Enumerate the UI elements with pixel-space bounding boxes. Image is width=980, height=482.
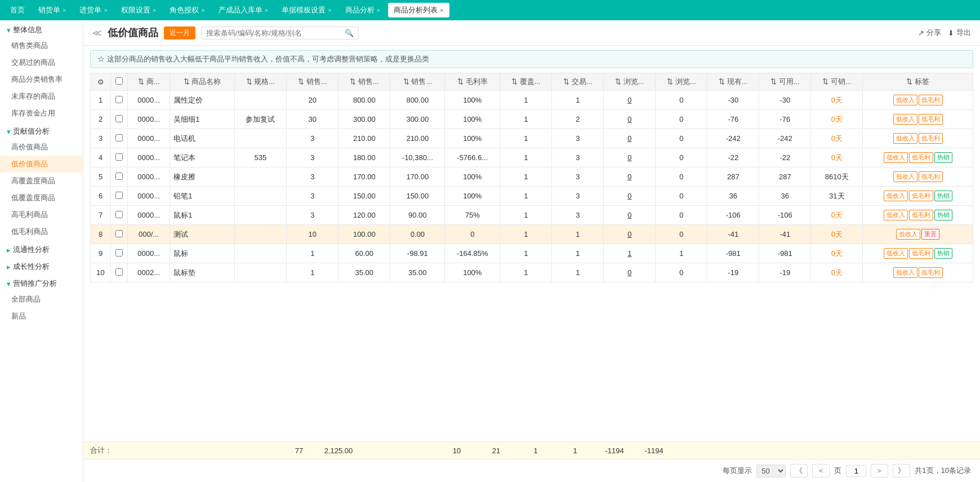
col-settings[interactable]: ⚙ bbox=[91, 73, 111, 91]
row-checkbox[interactable] bbox=[115, 192, 123, 199]
row-checkbox[interactable] bbox=[115, 268, 123, 276]
sort-code-icon[interactable]: ⇅ bbox=[138, 77, 144, 86]
nav-home[interactable]: 首页 bbox=[5, 3, 30, 17]
sort-spec-icon[interactable]: ⇅ bbox=[246, 77, 252, 86]
sort-browse2-icon[interactable]: ⇅ bbox=[667, 77, 673, 86]
per-page-select[interactable]: 50 100 200 bbox=[756, 465, 786, 477]
pagination-prev-btn[interactable]: ＜ bbox=[812, 464, 830, 477]
top-nav: 首页 销货单 × 进货单 × 权限设置 × 角色授权 × 产成品入库单 × 单据… bbox=[0, 0, 980, 20]
row-checkbox[interactable] bbox=[115, 96, 123, 103]
sidebar-item-low-coverage[interactable]: 低覆盖度商品 bbox=[0, 189, 83, 206]
nav-close-permission[interactable]: × bbox=[153, 7, 156, 14]
pagination-next-btn[interactable]: ＞ bbox=[871, 464, 888, 477]
sidebar-item-new-goods[interactable]: 新品 bbox=[0, 308, 83, 325]
nav-product-analysis[interactable]: 商品分析 × bbox=[340, 3, 386, 17]
row-checkbox[interactable] bbox=[115, 134, 123, 141]
col-sales-amt: ⇅ 销售... bbox=[338, 73, 390, 91]
data-table: ⚙ ⇅ 商... ⇅ 商品名称 ⇅ 规格... ⇅ 销售... ⇅ 销售... … bbox=[90, 73, 973, 282]
export-btn[interactable]: ⬇ 导出 bbox=[948, 28, 971, 38]
browse1-link[interactable]: 0 bbox=[627, 115, 631, 123]
browse1-link[interactable]: 0 bbox=[627, 134, 631, 143]
nav-purchase-order[interactable]: 进货单 × bbox=[74, 3, 113, 17]
search-input[interactable] bbox=[206, 29, 341, 37]
sidebar-item-category-rate[interactable]: 商品分类销售率 bbox=[0, 71, 83, 88]
nav-close-template[interactable]: × bbox=[328, 7, 331, 14]
nav-close-analysis[interactable]: × bbox=[377, 7, 380, 14]
sidebar-item-low-margin[interactable]: 低毛利商品 bbox=[0, 223, 83, 240]
row-checkbox[interactable] bbox=[115, 173, 123, 180]
sidebar-item-high-coverage[interactable]: 高覆盖度商品 bbox=[0, 173, 83, 189]
nav-template-settings[interactable]: 单据模板设置 × bbox=[276, 3, 337, 17]
sort-browse1-icon[interactable]: ⇅ bbox=[615, 77, 621, 86]
nav-sales-order[interactable]: 销货单 × bbox=[33, 3, 72, 17]
select-all-checkbox[interactable] bbox=[115, 77, 123, 85]
collapse-sidebar-btn[interactable]: ≪ bbox=[92, 28, 102, 38]
sort-available-icon[interactable]: ⇅ bbox=[770, 77, 777, 86]
sidebar-item-traded-goods[interactable]: 交易过的商品 bbox=[0, 54, 83, 71]
tag-热销: 热销 bbox=[934, 210, 952, 220]
sidebar-group-liquidity[interactable]: ▸ 流通性分析 bbox=[0, 240, 83, 257]
filter-recent-month-btn[interactable]: 近一月 bbox=[164, 26, 195, 39]
browse1-link[interactable]: 0 bbox=[627, 173, 631, 181]
sort-current-icon[interactable]: ⇅ bbox=[719, 77, 725, 86]
nav-close-analysis-list[interactable]: × bbox=[440, 7, 443, 14]
browse1-link[interactable]: 0 bbox=[627, 230, 631, 238]
sort-name-icon[interactable]: ⇅ bbox=[184, 77, 190, 86]
cell-code: 0000... bbox=[128, 244, 170, 263]
tag-低毛利: 低毛利 bbox=[919, 171, 943, 182]
sidebar-item-low-value[interactable]: 低价值商品 bbox=[0, 156, 83, 173]
sort-tags-icon[interactable]: ⇅ bbox=[906, 77, 912, 86]
nav-close-role[interactable]: × bbox=[201, 7, 204, 14]
sidebar-group-overview[interactable]: ▾ 整体信息 bbox=[0, 20, 83, 37]
share-btn[interactable]: ↗ 分享 bbox=[918, 28, 941, 38]
cell-spec bbox=[234, 187, 287, 206]
browse1-link[interactable]: 0 bbox=[627, 96, 631, 104]
sort-coverage-icon[interactable]: ⇅ bbox=[511, 77, 518, 86]
nav-permission-settings[interactable]: 权限设置 × bbox=[115, 3, 162, 17]
cell-name: 鼠标 bbox=[170, 244, 234, 263]
nav-close-purchase[interactable]: × bbox=[104, 7, 107, 14]
pagination-last-btn[interactable]: 》 bbox=[893, 464, 910, 477]
sidebar-item-all-goods[interactable]: 全部商品 bbox=[0, 291, 83, 308]
browse1-link[interactable]: 0 bbox=[627, 268, 631, 277]
sidebar-item-high-value[interactable]: 高价值商品 bbox=[0, 139, 83, 156]
pagination-first-btn[interactable]: 《 bbox=[790, 464, 808, 477]
browse1-link[interactable]: 0 bbox=[627, 211, 631, 219]
sidebar-group-marketing[interactable]: ▾ 营销推广分析 bbox=[0, 274, 83, 291]
sidebar-item-sales-goods[interactable]: 销售类商品 bbox=[0, 37, 83, 54]
sort-amt-icon[interactable]: ⇅ bbox=[350, 77, 356, 86]
sort-margin-icon[interactable]: ⇅ bbox=[457, 77, 464, 86]
row-checkbox[interactable] bbox=[115, 115, 123, 122]
cell-trade: 1 bbox=[552, 263, 604, 282]
nav-product-storage[interactable]: 产成品入库单 × bbox=[213, 3, 274, 17]
cell-current: -106 bbox=[707, 206, 759, 225]
table-row: 6 0000... 铅笔1 3 150.00 150.00 100% 1 3 0… bbox=[91, 187, 973, 206]
sort-saleable-icon[interactable]: ⇅ bbox=[822, 77, 828, 86]
nav-role-auth[interactable]: 角色授权 × bbox=[164, 3, 210, 17]
sidebar-item-high-margin[interactable]: 高毛利商品 bbox=[0, 206, 83, 223]
nav-close-sales[interactable]: × bbox=[63, 7, 66, 14]
browse1-link[interactable]: 0 bbox=[627, 153, 631, 162]
search-icon[interactable]: 🔍 bbox=[345, 29, 354, 37]
cell-margin: 100% bbox=[445, 187, 500, 206]
sidebar-group-contribution[interactable]: ▾ 贡献值分析 bbox=[0, 122, 83, 139]
row-checkbox[interactable] bbox=[115, 249, 123, 257]
sort-qty-icon[interactable]: ⇅ bbox=[298, 77, 304, 86]
chevron-right-icon2: ▸ bbox=[7, 263, 11, 271]
sort-profit-icon[interactable]: ⇅ bbox=[403, 77, 409, 86]
nav-close-product[interactable]: × bbox=[265, 7, 268, 14]
nav-product-analysis-list[interactable]: 商品分析列表 × bbox=[388, 3, 449, 17]
pagination-page-input[interactable] bbox=[846, 465, 866, 477]
browse1-link[interactable]: 0 bbox=[627, 192, 631, 200]
browse1-link[interactable]: 1 bbox=[627, 249, 631, 258]
cell-coverage: 1 bbox=[500, 129, 552, 148]
row-checkbox[interactable] bbox=[115, 230, 123, 237]
tag-低收入: 低收入 bbox=[884, 248, 908, 259]
row-checkbox[interactable] bbox=[115, 153, 123, 161]
row-checkbox[interactable] bbox=[115, 211, 123, 218]
sort-trade-icon[interactable]: ⇅ bbox=[563, 77, 569, 86]
sidebar-group-growth[interactable]: ▸ 成长性分析 bbox=[0, 257, 83, 274]
sidebar-item-no-stock[interactable]: 未库存的商品 bbox=[0, 88, 83, 105]
sidebar-item-stock-capital[interactable]: 库存资金占用 bbox=[0, 105, 83, 122]
footer-available: -1194 bbox=[634, 446, 674, 455]
